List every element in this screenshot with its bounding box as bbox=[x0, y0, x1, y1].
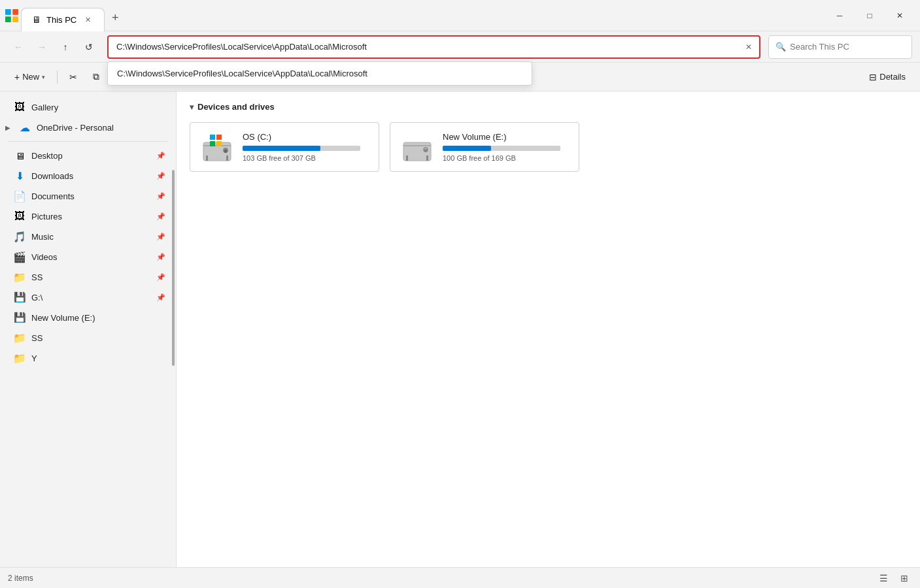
videos-label: Videos bbox=[31, 252, 151, 262]
new-tab-button[interactable]: + bbox=[105, 8, 126, 29]
desktop-pin-icon: 📌 bbox=[156, 152, 165, 160]
drive-e-icon bbox=[401, 131, 434, 163]
autocomplete-item[interactable]: C:\Windows\ServiceProfiles\LocalService\… bbox=[108, 62, 532, 85]
forward-button[interactable]: → bbox=[31, 37, 52, 57]
title-bar: 🖥 This PC ✕ + ─ □ ✕ bbox=[0, 0, 920, 31]
grid-view-button[interactable]: ⊞ bbox=[896, 570, 912, 586]
gdrive-pin-icon: 📌 bbox=[156, 293, 165, 302]
svg-rect-15 bbox=[403, 145, 431, 146]
address-clear-button[interactable]: ✕ bbox=[742, 41, 755, 54]
tab-pc-icon: 🖥 bbox=[32, 14, 41, 25]
sidebar-scroll-track bbox=[171, 91, 175, 567]
sidebar-item-music[interactable]: 🎵 Music 📌 bbox=[3, 227, 173, 246]
svg-rect-10 bbox=[210, 141, 215, 146]
address-bar-input[interactable] bbox=[107, 35, 760, 59]
copy-button[interactable]: ⧉ bbox=[86, 67, 106, 88]
videos-pin-icon: 📌 bbox=[156, 253, 165, 261]
refresh-button[interactable]: ↺ bbox=[78, 37, 99, 57]
drive-e-info: New Volume (E:) 100 GB free of 169 GB bbox=[443, 132, 568, 162]
list-view-button[interactable]: ☰ bbox=[876, 570, 891, 586]
autocomplete-dropdown: C:\Windows\ServiceProfiles\LocalService\… bbox=[107, 61, 532, 86]
drive-e-size: 100 GB free of 169 GB bbox=[443, 154, 568, 162]
ss2-label: SS bbox=[31, 333, 165, 343]
downloads-label: Downloads bbox=[31, 171, 151, 181]
main-layout: 🖼 Gallery ▶ ☁ OneDrive - Personal 🖥 Desk… bbox=[0, 91, 920, 567]
ss-label: SS bbox=[31, 272, 151, 282]
sidebar: 🖼 Gallery ▶ ☁ OneDrive - Personal 🖥 Desk… bbox=[0, 91, 177, 567]
svg-rect-19 bbox=[424, 149, 427, 152]
sidebar-item-desktop[interactable]: 🖥 Desktop 📌 bbox=[3, 146, 173, 165]
drive-e-name: New Volume (E:) bbox=[443, 132, 568, 142]
up-button[interactable]: ↑ bbox=[55, 37, 76, 57]
back-button[interactable]: ← bbox=[8, 37, 29, 57]
tab-close-button[interactable]: ✕ bbox=[82, 14, 94, 25]
title-bar-left bbox=[5, 9, 21, 22]
drive-tile-c[interactable]: OS (C:) 103 GB free of 307 GB bbox=[190, 122, 379, 172]
drives-grid: OS (C:) 103 GB free of 307 GB bbox=[190, 122, 907, 172]
search-box: 🔍 bbox=[768, 35, 912, 59]
pictures-pin-icon: 📌 bbox=[156, 212, 165, 221]
new-icon: + bbox=[14, 72, 20, 82]
section-chevron-icon: ▾ bbox=[190, 103, 194, 112]
toolbar: ← → ↑ ↺ ✕ C:\Windows\ServiceProfiles\Loc… bbox=[0, 31, 920, 63]
sidebar-item-ss2[interactable]: 📁 SS bbox=[3, 328, 173, 348]
close-button[interactable]: ✕ bbox=[885, 5, 915, 26]
drive-c-name: OS (C:) bbox=[243, 132, 368, 142]
music-icon: 🎵 bbox=[13, 230, 26, 243]
ss-pin-icon: 📌 bbox=[156, 273, 165, 282]
tab-area: 🖥 This PC ✕ + bbox=[21, 0, 825, 31]
tab-title: This PC bbox=[46, 15, 77, 25]
downloads-icon: ⬇ bbox=[13, 169, 26, 182]
new-label: New bbox=[22, 72, 39, 82]
sidebar-item-y[interactable]: 📁 Y bbox=[3, 348, 173, 368]
sidebar-item-videos[interactable]: 🎬 Videos 📌 bbox=[3, 247, 173, 267]
drive-e-bar-bg bbox=[443, 146, 560, 151]
details-label: Details bbox=[879, 72, 906, 82]
svg-rect-8 bbox=[210, 135, 215, 140]
sidebar-item-gdrive[interactable]: 💾 G:\ 📌 bbox=[3, 287, 173, 307]
cut-button[interactable]: ✂ bbox=[63, 67, 84, 88]
music-label: Music bbox=[31, 232, 151, 242]
y-icon: 📁 bbox=[13, 351, 26, 365]
drive-e-bar-fill bbox=[443, 146, 491, 151]
sidebar-item-gallery[interactable]: 🖼 Gallery bbox=[3, 97, 173, 117]
svg-rect-9 bbox=[216, 135, 222, 140]
gdrive-label: G:\ bbox=[31, 293, 151, 302]
forward-icon: → bbox=[37, 42, 46, 52]
sidebar-item-downloads[interactable]: ⬇ Downloads 📌 bbox=[3, 166, 173, 186]
desktop-label: Desktop bbox=[31, 151, 151, 161]
minimize-button[interactable]: ─ bbox=[825, 5, 855, 26]
pictures-icon: 🖼 bbox=[13, 210, 26, 223]
sidebar-item-pictures[interactable]: 🖼 Pictures 📌 bbox=[3, 206, 173, 226]
sidebar-item-new-volume[interactable]: 💾 New Volume (E:) bbox=[3, 308, 173, 327]
sidebar-scroll-thumb[interactable] bbox=[172, 170, 175, 366]
maximize-button[interactable]: □ bbox=[855, 5, 885, 26]
sidebar-item-documents[interactable]: 📄 Documents 📌 bbox=[3, 186, 173, 206]
new-button[interactable]: + New ▾ bbox=[8, 67, 52, 88]
new-chevron-icon: ▾ bbox=[42, 74, 45, 80]
ss-icon: 📁 bbox=[13, 270, 26, 284]
drive-c-size: 103 GB free of 307 GB bbox=[243, 154, 368, 162]
search-icon: 🔍 bbox=[775, 42, 786, 52]
sidebar-item-ss[interactable]: 📁 SS 📌 bbox=[3, 267, 173, 287]
onedrive-icon: ☁ bbox=[18, 121, 31, 134]
details-button[interactable]: ⊟ Details bbox=[862, 67, 912, 88]
downloads-pin-icon: 📌 bbox=[156, 172, 165, 180]
cut-icon: ✂ bbox=[69, 72, 77, 82]
music-pin-icon: 📌 bbox=[156, 233, 165, 241]
search-input[interactable] bbox=[790, 42, 894, 52]
active-tab[interactable]: 🖥 This PC ✕ bbox=[21, 8, 105, 31]
desktop-icon: 🖥 bbox=[13, 149, 26, 162]
svg-rect-7 bbox=[226, 155, 228, 161]
sidebar-item-onedrive[interactable]: ▶ ☁ OneDrive - Personal bbox=[3, 118, 173, 137]
address-bar-wrapper: ✕ C:\Windows\ServiceProfiles\LocalServic… bbox=[107, 35, 760, 59]
videos-icon: 🎬 bbox=[13, 250, 26, 263]
drive-c-info: OS (C:) 103 GB free of 307 GB bbox=[243, 132, 368, 162]
drive-c-bar-bg bbox=[243, 146, 360, 151]
drive-tile-e[interactable]: New Volume (E:) 100 GB free of 169 GB bbox=[390, 122, 579, 172]
app-icon bbox=[5, 9, 18, 22]
documents-pin-icon: 📌 bbox=[156, 192, 165, 201]
sidebar-divider-1 bbox=[8, 141, 168, 142]
svg-rect-1 bbox=[12, 9, 18, 15]
back-icon: ← bbox=[14, 42, 23, 52]
